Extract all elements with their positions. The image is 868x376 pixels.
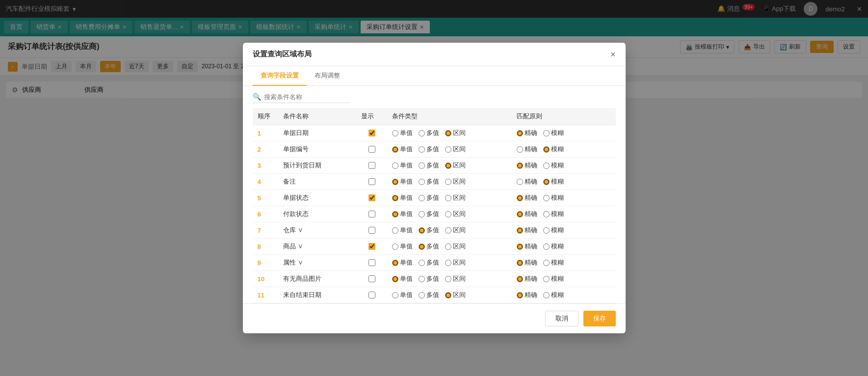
tab-query-fields[interactable]: 查询字段设置 [253, 66, 307, 86]
search-input-wrap: 🔍 [253, 91, 351, 103]
dialog-title: 设置查询区域布局 [253, 50, 312, 59]
dialog-close-button[interactable]: × [610, 50, 616, 59]
settings-dialog: 设置查询区域布局 × 查询字段设置 布局调整 🔍 顺序 [243, 43, 626, 105]
modal-overlay: 设置查询区域布局 × 查询字段设置 布局调整 🔍 顺序 [0, 0, 868, 105]
search-input[interactable] [264, 93, 342, 101]
dialog-tabs: 查询字段设置 布局调整 [243, 66, 626, 86]
search-icon: 🔍 [253, 93, 261, 101]
dialog-search-area: 🔍 [243, 86, 626, 105]
tab-layout-adjust[interactable]: 布局调整 [307, 66, 348, 86]
dialog-header: 设置查询区域布局 × [243, 43, 626, 66]
